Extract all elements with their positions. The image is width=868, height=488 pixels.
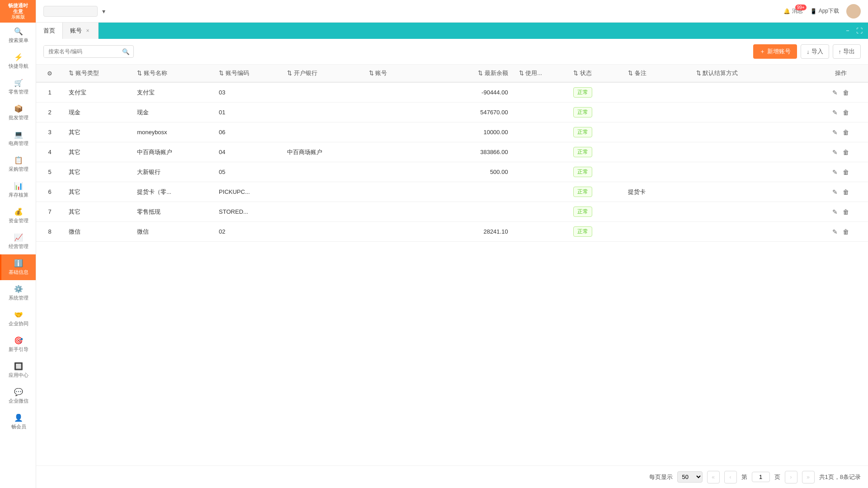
cell-balance-1: 547670.00 <box>432 103 514 122</box>
delete-button-2[interactable]: 🗑 <box>841 128 851 137</box>
col-header-bank[interactable]: ⇅ 开户银行 <box>282 65 363 82</box>
sidebar-label-0: 搜索菜单 <box>9 37 28 44</box>
col-header-code[interactable]: ⇅ 账号编码 <box>213 65 282 82</box>
col-header-account[interactable]: ⇅ 账号 <box>363 65 432 82</box>
user-avatar[interactable] <box>846 4 861 19</box>
col-header-balance[interactable]: ⇅ 最新余额 <box>432 65 514 82</box>
cell-account-3 <box>363 142 432 162</box>
delete-button-1[interactable]: 🗑 <box>841 108 851 117</box>
col-header-settings[interactable]: ⚙ <box>36 65 63 82</box>
delete-button-0[interactable]: 🗑 <box>841 88 851 97</box>
col-header-name[interactable]: ⇅ 账号名称 <box>132 65 213 82</box>
edit-button-1[interactable]: ✎ <box>830 108 840 117</box>
tab-account-close[interactable]: × <box>85 28 91 34</box>
add-account-button[interactable]: ＋ 新增账号 <box>753 44 797 59</box>
edit-button-7[interactable]: ✎ <box>830 227 840 236</box>
delete-button-4[interactable]: 🗑 <box>841 168 851 177</box>
status-badge-5: 正常 <box>573 187 592 197</box>
page-next-button[interactable]: › <box>785 471 797 483</box>
cell-usage-0 <box>514 82 568 103</box>
tab-home[interactable]: 首页 <box>36 23 63 39</box>
sidebar-item-9[interactable]: ℹ️ 基础信息 <box>0 254 36 280</box>
sort-icon-bank: ⇅ <box>287 70 292 76</box>
sidebar-item-1[interactable]: ⚡ 快捷导航 <box>0 48 36 74</box>
page-size-select[interactable]: 50 100 200 <box>677 471 703 483</box>
page-prev-button[interactable]: ‹ <box>724 471 737 483</box>
cell-num-1: 2 <box>36 103 63 122</box>
sidebar-item-3[interactable]: 📦 批发管理 <box>0 100 36 126</box>
edit-button-5[interactable]: ✎ <box>830 188 840 197</box>
delete-button-5[interactable]: 🗑 <box>841 188 851 197</box>
app-icon: 📱 <box>810 8 817 14</box>
page-first-button[interactable]: « <box>707 471 720 483</box>
delete-button-7[interactable]: 🗑 <box>841 227 851 236</box>
sidebar-item-15[interactable]: 👤 畅会员 <box>0 409 36 435</box>
top-search-input[interactable] <box>43 6 98 17</box>
cell-status-5: 正常 <box>568 182 623 202</box>
tab-account[interactable]: 账号 × <box>63 23 99 39</box>
sort-icon-status: ⇅ <box>573 70 578 76</box>
page-last-button[interactable]: » <box>802 471 815 483</box>
import-button[interactable]: ↓ 导入 <box>801 44 829 59</box>
edit-button-2[interactable]: ✎ <box>830 128 840 137</box>
sidebar-item-6[interactable]: 📊 库存核算 <box>0 177 36 203</box>
cell-type-0: 支付宝 <box>63 82 132 103</box>
sidebar-icon-15: 👤 <box>14 413 23 422</box>
sort-icon-account: ⇅ <box>369 70 374 76</box>
sidebar-item-11[interactable]: 🤝 企业协同 <box>0 306 36 332</box>
col-header-remark[interactable]: ⇅ 备注 <box>623 65 691 82</box>
cell-action-5: ✎ 🗑 <box>813 182 868 202</box>
settings-icon[interactable]: ⚙ <box>47 70 52 77</box>
sidebar-item-12[interactable]: 🎯 新手引导 <box>0 332 36 357</box>
edit-button-0[interactable]: ✎ <box>830 88 840 97</box>
sidebar-item-4[interactable]: 💻 电商管理 <box>0 126 36 151</box>
table-wrapper: ⚙ ⇅ 账号类型 ⇅ 账号名称 ⇅ 账号编码 ⇅ 开户银行 <box>36 65 868 465</box>
sort-icon-usage: ⇅ <box>519 70 524 76</box>
table-row: 6 其它 提货卡（零... PICKUPC... 正常 提货卡 ✎ 🗑 <box>36 182 868 202</box>
sidebar-item-10[interactable]: ⚙️ 系统管理 <box>0 280 36 306</box>
sidebar-icon-10: ⚙️ <box>14 285 23 293</box>
sidebar-label-10: 系统管理 <box>9 295 28 301</box>
sidebar-label-8: 经营管理 <box>9 243 28 250</box>
col-header-usage[interactable]: ⇅ 使用... <box>514 65 568 82</box>
sidebar-label-14: 企业微信 <box>9 398 28 404</box>
edit-button-3[interactable]: ✎ <box>830 148 840 157</box>
cell-action-7: ✎ 🗑 <box>813 222 868 242</box>
edit-button-4[interactable]: ✎ <box>830 168 840 177</box>
cell-type-4: 其它 <box>63 162 132 182</box>
cell-payment-4 <box>691 162 813 182</box>
col-header-type[interactable]: ⇅ 账号类型 <box>63 65 132 82</box>
sidebar-item-13[interactable]: 🔲 应用中心 <box>0 357 36 383</box>
cell-balance-2: 10000.00 <box>432 122 514 142</box>
sidebar-icon-3: 📦 <box>14 104 23 113</box>
tab-minimize-button[interactable]: － <box>843 26 853 36</box>
delete-button-3[interactable]: 🗑 <box>841 148 851 157</box>
sidebar-icon-1: ⚡ <box>14 53 23 61</box>
sidebar-label-6: 库存核算 <box>9 192 28 198</box>
message-button[interactable]: 🔔 消息 99+ <box>783 7 803 15</box>
edit-button-6[interactable]: ✎ <box>830 207 840 216</box>
sidebar-item-2[interactable]: 🛒 零售管理 <box>0 74 36 100</box>
sidebar-icon-13: 🔲 <box>14 362 23 371</box>
sidebar-item-0[interactable]: 🔍 搜索菜单 <box>0 23 36 48</box>
sort-icon-balance: ⇅ <box>478 70 483 76</box>
sidebar-item-8[interactable]: 📈 经营管理 <box>0 229 36 254</box>
cell-type-3: 其它 <box>63 142 132 162</box>
search-button[interactable]: 🔍 <box>118 48 133 55</box>
app-download-button[interactable]: 📱 App下载 <box>810 7 839 15</box>
sidebar-items: 🔍 搜索菜单⚡ 快捷导航🛒 零售管理📦 批发管理💻 电商管理📋 采购管理📊 库存… <box>0 23 36 435</box>
cell-balance-4: 500.00 <box>432 162 514 182</box>
delete-button-6[interactable]: 🗑 <box>841 207 851 216</box>
cell-num-0: 1 <box>36 82 63 103</box>
search-input[interactable] <box>44 46 118 57</box>
export-button[interactable]: ↑ 导出 <box>833 44 861 59</box>
col-header-status[interactable]: ⇅ 状态 <box>568 65 623 82</box>
sidebar-item-5[interactable]: 📋 采购管理 <box>0 151 36 177</box>
sidebar-item-14[interactable]: 💬 企业微信 <box>0 383 36 409</box>
table-row: 1 支付宝 支付宝 03 -90444.00 正常 ✎ 🗑 <box>36 82 868 103</box>
sidebar-item-7[interactable]: 💰 资金管理 <box>0 203 36 229</box>
dropdown-button[interactable]: ▾ <box>102 8 105 15</box>
col-header-payment[interactable]: ⇅ 默认结算方式 <box>691 65 813 82</box>
page-number-input[interactable] <box>752 472 770 482</box>
tab-maximize-button[interactable]: ⛶ <box>854 26 864 35</box>
